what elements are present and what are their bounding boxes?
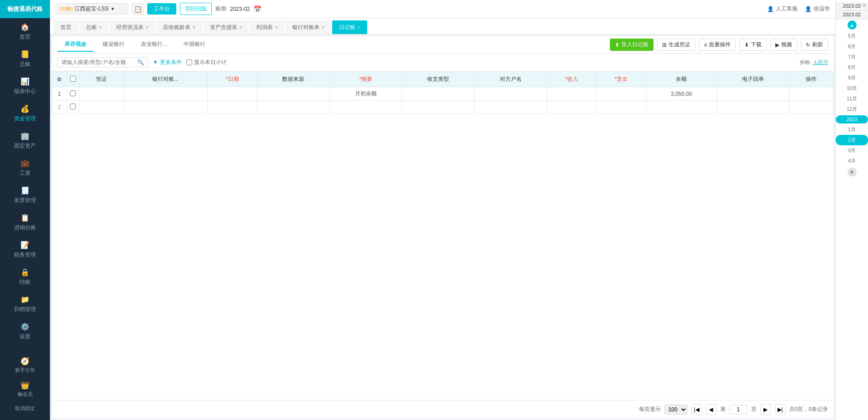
col-date: *日期	[208, 72, 257, 87]
show-today-checkbox-label[interactable]: 显示本日小计	[186, 59, 227, 66]
sidebar-collapse[interactable]: 取消固定	[0, 401, 50, 415]
sidebar-item-salary[interactable]: 💼 工资	[0, 154, 50, 182]
company-name: 江西超宝-LSS	[75, 5, 109, 13]
sidebar-item-purchase-sale[interactable]: 📋 进销台账	[0, 209, 50, 236]
month-3[interactable]: 3月	[836, 145, 868, 156]
row-checkbox[interactable]	[70, 90, 76, 96]
first-page-button[interactable]: |◀	[691, 404, 702, 415]
customer-service[interactable]: 👤 人工客服	[767, 5, 798, 13]
company-selector[interactable]: (勿删) 江西超宝-LSS ▼	[55, 3, 128, 15]
month-7[interactable]: 7月	[836, 52, 868, 62]
scroll-down-button[interactable]: ▼	[848, 168, 857, 177]
month-5[interactable]: 5月	[836, 31, 868, 41]
col-settings[interactable]: ⚙	[52, 72, 67, 87]
account-subtabs: 库存现金 建设银行 农业银行... 中国银行 ⬆ 导入日记账 ⊞ 生成凭证 ≡ …	[52, 36, 833, 54]
col-balance: 余额	[646, 72, 717, 87]
subtab-cash[interactable]: 库存现金	[57, 38, 94, 52]
month-2[interactable]: 2月	[836, 135, 868, 145]
tab-label: 日记账	[339, 24, 355, 31]
year-2023-header[interactable]: 2023	[836, 115, 868, 124]
subtab-construction[interactable]: 建设银行	[95, 38, 132, 52]
month-4[interactable]: 4月	[836, 156, 868, 166]
sidebar-item-label: 税务管理	[14, 251, 36, 259]
workbench-button[interactable]: 工作台	[147, 3, 176, 15]
sidebar-item-home[interactable]: 🏠 首页	[0, 18, 50, 45]
show-today-checkbox[interactable]	[186, 59, 192, 65]
row-counterpart	[474, 87, 547, 101]
tab-ledger[interactable]: 总账 ×	[79, 20, 109, 34]
tab-journal[interactable]: 日记账 ×	[332, 20, 367, 34]
tab-close-icon[interactable]: ×	[193, 25, 195, 30]
journal-table: ⚙ 凭证 银行对账... *日期 数据来源 *摘要 收支类型 对方户名 *收入 …	[52, 71, 833, 114]
currency-value[interactable]: 人民币	[813, 59, 828, 66]
tab-close-icon[interactable]: ×	[146, 25, 149, 30]
month-10[interactable]: 10月	[836, 83, 868, 94]
month-11[interactable]: 11月	[836, 94, 868, 104]
refresh-button[interactable]: ↻ 刷新	[801, 39, 828, 51]
tab-business[interactable]: 经营状况表 ×	[110, 20, 155, 34]
col-data-source: 数据来源	[257, 72, 329, 87]
row-voucher	[80, 87, 124, 101]
old-version-button[interactable]: 切到旧版	[180, 3, 212, 15]
tab-profit[interactable]: 利润表 ×	[249, 20, 284, 34]
sidebar-item-ledger[interactable]: 📒 总账	[0, 45, 50, 73]
table-row: 2	[52, 101, 833, 114]
month-1[interactable]: 1月	[836, 124, 868, 135]
month-12[interactable]: 12月	[836, 104, 868, 114]
calendar-icon[interactable]: 📅	[254, 5, 261, 13]
tab-close-icon[interactable]: ×	[358, 25, 360, 30]
page-number-input[interactable]	[729, 405, 748, 414]
video-button[interactable]: ▶ 视频	[770, 39, 797, 51]
sidebar-item-finance[interactable]: 💰 资金管理	[0, 100, 50, 127]
month-6[interactable]: 6月	[836, 41, 868, 52]
import-journal-button[interactable]: ⬆ 导入日记账	[610, 39, 653, 51]
select-all-checkbox[interactable]	[70, 76, 76, 82]
tab-close-icon[interactable]: ×	[99, 25, 102, 30]
col-check[interactable]	[67, 72, 80, 87]
prev-page-button[interactable]: ◀	[706, 404, 717, 415]
sidebar-item-tax[interactable]: 📝 税务管理	[0, 236, 50, 263]
next-page-button[interactable]: ▶	[760, 404, 771, 415]
per-page-label: 每页显示	[639, 405, 661, 413]
row-checkbox[interactable]	[70, 104, 76, 109]
month-8[interactable]: 8月	[836, 62, 868, 73]
total-info: 共0页，0条记录	[789, 405, 828, 413]
sidebar-item-guide[interactable]: 🧭 新手引导	[0, 353, 50, 377]
fixed-assets-icon: 🏢	[20, 132, 30, 140]
sidebar-item-fixed-assets[interactable]: 🏢 固定资产	[0, 127, 50, 154]
subtab-agriculture[interactable]: 农业银行...	[134, 38, 175, 52]
tab-assets[interactable]: 资产负债表 ×	[203, 20, 249, 34]
batch-op-button[interactable]: ≡ 批量操作	[699, 39, 736, 51]
sidebar-item-invoice[interactable]: 🧾 发票管理	[0, 182, 50, 209]
per-page-select[interactable]: 100 50 200	[664, 405, 688, 415]
sidebar-item-archive[interactable]: 📁 归档管理	[0, 291, 50, 318]
tab-home[interactable]: 首页	[54, 20, 78, 34]
scroll-up-button[interactable]: ▲	[848, 20, 857, 30]
row-check[interactable]	[67, 87, 80, 101]
sidebar-item-close[interactable]: 🔒 结账	[0, 263, 50, 291]
tab-bank-reconcile[interactable]: 银行对账单 ×	[285, 20, 331, 34]
sidebar-item-settings[interactable]: ⚙️ 设置	[0, 318, 50, 345]
sidebar-item-label: 工资	[20, 169, 30, 177]
user-profile[interactable]: 👤 徐温华	[805, 5, 830, 13]
tab-receivable[interactable]: 应收账龄表 ×	[156, 20, 202, 34]
date-panel-close[interactable]: ×	[863, 2, 866, 9]
sidebar-item-member[interactable]: 👑 畅会员	[0, 377, 50, 401]
filter-icon: ▼	[153, 59, 158, 65]
search-input[interactable]	[61, 59, 135, 65]
sidebar: 畅捷通易代账 🏠 首页 📒 总账 📊 报表中心 💰 资金管理 🏢 固定资产 💼 …	[0, 0, 50, 420]
sidebar-item-reports[interactable]: 📊 报表中心	[0, 73, 50, 100]
month-9[interactable]: 9月	[836, 73, 868, 83]
col-e-bill: 电子回单	[717, 72, 789, 87]
more-filter-button[interactable]: ▼ 更多条件	[153, 59, 182, 66]
copy-button[interactable]: 📋	[132, 3, 144, 15]
row-check[interactable]	[67, 101, 80, 114]
download-button[interactable]: ⬇ 下载	[739, 39, 767, 51]
generate-voucher-button[interactable]: ⊞ 生成凭证	[657, 39, 695, 51]
subtab-china[interactable]: 中国银行	[176, 38, 213, 52]
tab-close-icon[interactable]: ×	[275, 25, 278, 30]
row-e-bill	[717, 87, 789, 101]
last-page-button[interactable]: ▶|	[775, 404, 786, 415]
tab-close-icon[interactable]: ×	[239, 25, 242, 30]
tab-close-icon[interactable]: ×	[322, 25, 324, 30]
